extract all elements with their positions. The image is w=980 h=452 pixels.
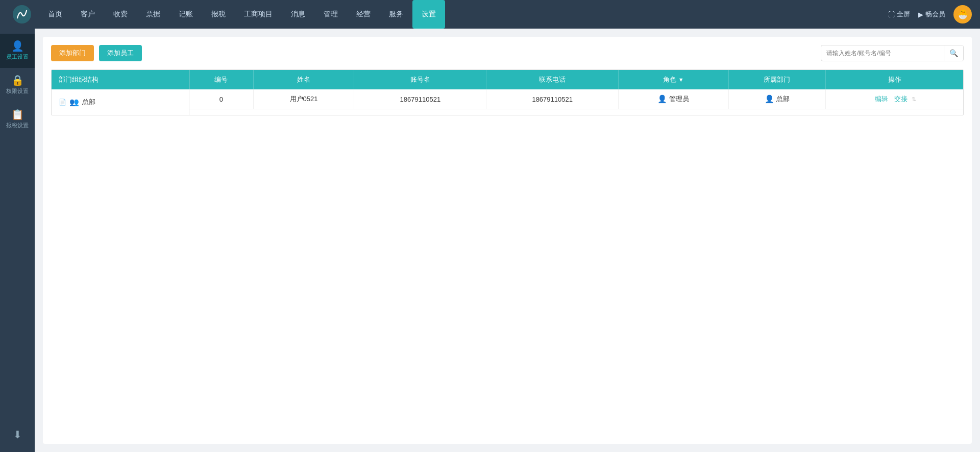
nav-tax[interactable]: 报税 xyxy=(202,0,235,29)
nav-accounting[interactable]: 记账 xyxy=(169,0,202,29)
fullscreen-label: 全屏 xyxy=(897,10,910,19)
content-inner: 添加部门 添加员工 🔍 部门组织结构 📄 👥 总部 xyxy=(43,37,972,444)
search-button[interactable]: 🔍 xyxy=(944,45,963,61)
search-input[interactable] xyxy=(821,50,944,57)
nav-customer[interactable]: 客户 xyxy=(71,0,104,29)
sidebar-item-taxsetting[interactable]: 📋 报税设置 xyxy=(0,102,35,136)
nav-operation[interactable]: 经营 xyxy=(347,0,380,29)
col-role[interactable]: 角色 ▼ xyxy=(619,70,728,89)
org-tree-body: 📄 👥 总部 xyxy=(52,89,189,115)
nav-settings[interactable]: 设置 xyxy=(412,0,445,29)
table-area: 部门组织结构 📄 👥 总部 编号 xyxy=(51,69,964,115)
search-bar: 🔍 xyxy=(821,45,964,61)
employee-table: 编号 姓名 账号名 联系电话 角色 ▼ 所属部门 操作 0 xyxy=(189,70,963,115)
top-nav-right: ⛶ 全屏 ▶ 畅会员 🐣 xyxy=(888,5,980,23)
cell-role: 👤 管理员 xyxy=(619,89,728,109)
permission-icon: 🔒 xyxy=(11,75,24,85)
avatar[interactable]: 🐣 xyxy=(953,5,972,23)
employee-icon: 👤 xyxy=(11,41,24,51)
add-emp-button[interactable]: 添加员工 xyxy=(99,45,142,61)
cell-actions: 编辑 交接 ⇅ xyxy=(826,89,963,109)
row-scroll: ⇅ xyxy=(912,96,916,102)
col-name: 姓名 xyxy=(253,70,354,89)
nav-home[interactable]: 首页 xyxy=(39,0,71,29)
sidebar-item-permission[interactable]: 🔒 权限设置 xyxy=(0,68,35,102)
sidebar-label-employee: 员工设置 xyxy=(6,53,29,61)
org-tree: 部门组织结构 📄 👥 总部 xyxy=(52,70,189,115)
cell-phone: 18679110521 xyxy=(486,89,619,109)
nav-service[interactable]: 服务 xyxy=(380,0,412,29)
col-account: 账号名 xyxy=(354,70,486,89)
toolbar: 添加部门 添加员工 🔍 xyxy=(51,45,964,61)
nav-fee[interactable]: 收费 xyxy=(104,0,137,29)
top-navigation: 首页 客户 收费 票据 记账 报税 工商项目 消息 管理 经营 服务 设置 ⛶ … xyxy=(0,0,980,29)
dept-label: 总部 xyxy=(776,94,790,104)
member-label: 畅会员 xyxy=(925,10,945,19)
sidebar-download-button[interactable]: ⬇ xyxy=(0,422,35,447)
cell-id: 0 xyxy=(189,89,253,109)
member-button[interactable]: ▶ 畅会员 xyxy=(918,10,945,19)
org-node-root[interactable]: 📄 👥 总部 xyxy=(52,93,189,111)
col-dept: 所属部门 xyxy=(728,70,826,89)
transfer-link[interactable]: 交接 xyxy=(894,95,908,103)
cell-account: 18679110521 xyxy=(354,89,486,109)
edit-link[interactable]: 编辑 xyxy=(875,95,888,103)
org-tree-header: 部门组织结构 xyxy=(52,70,189,89)
col-phone: 联系电话 xyxy=(486,70,619,89)
video-icon: ▶ xyxy=(918,11,923,18)
nav-items: 首页 客户 收费 票据 记账 报税 工商项目 消息 管理 经营 服务 设置 xyxy=(39,0,888,29)
col-action: 操作 xyxy=(826,70,963,89)
taxsetting-icon: 📋 xyxy=(11,109,24,120)
nav-business[interactable]: 工商项目 xyxy=(235,0,282,29)
table-row: 0 用户0521 18679110521 18679110521 👤 管理员 xyxy=(189,89,963,109)
fullscreen-button[interactable]: ⛶ 全屏 xyxy=(888,10,910,19)
role-label: 管理员 xyxy=(669,94,689,104)
sidebar-item-employee[interactable]: 👤 员工设置 xyxy=(0,34,35,68)
sidebar-label-permission: 权限设置 xyxy=(6,87,29,95)
cell-name: 用户0521 xyxy=(253,89,354,109)
logo xyxy=(5,5,39,23)
user-group-icon: 👥 xyxy=(69,98,79,107)
file-icon: 📄 xyxy=(59,99,66,106)
cell-dept: 👤 总部 xyxy=(728,89,826,109)
add-dept-button[interactable]: 添加部门 xyxy=(51,45,94,61)
download-icon: ⬇ xyxy=(13,430,22,440)
employee-data-table: 编号 姓名 账号名 联系电话 角色 ▼ 所属部门 操作 0 xyxy=(189,70,963,109)
org-node-label: 总部 xyxy=(82,98,95,107)
nav-message[interactable]: 消息 xyxy=(282,0,314,29)
content-area: 添加部门 添加员工 🔍 部门组织结构 📄 👥 总部 xyxy=(35,29,980,452)
main-layout: 👤 员工设置 🔒 权限设置 📋 报税设置 ⬇ 添加部门 添加员工 � xyxy=(0,29,980,452)
nav-invoice[interactable]: 票据 xyxy=(137,0,169,29)
table-header-row: 编号 姓名 账号名 联系电话 角色 ▼ 所属部门 操作 xyxy=(189,70,963,89)
fullscreen-icon: ⛶ xyxy=(888,11,895,18)
sidebar: 👤 员工设置 🔒 权限设置 📋 报税设置 ⬇ xyxy=(0,29,35,452)
sidebar-bottom: ⬇ xyxy=(0,422,35,452)
dept-user-icon: 👤 xyxy=(765,94,774,104)
col-id: 编号 xyxy=(189,70,253,89)
sidebar-label-taxsetting: 报税设置 xyxy=(6,122,29,129)
nav-manage[interactable]: 管理 xyxy=(314,0,347,29)
role-user-icon: 👤 xyxy=(657,94,667,104)
